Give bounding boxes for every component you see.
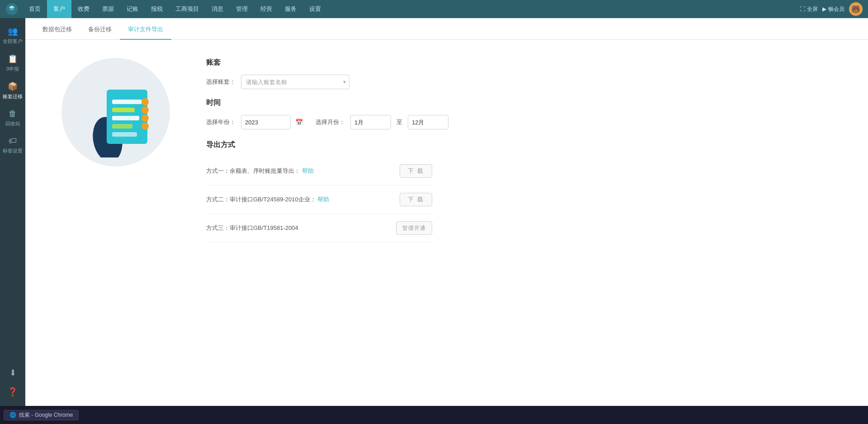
svg-point-8	[142, 98, 149, 105]
nav-tax[interactable]: 报税	[145, 0, 169, 18]
month-end-wrapper: 1月2月3月4月 5月6月7月8月 9月10月11月12月	[408, 115, 448, 129]
export-section-title: 导出方式	[206, 140, 841, 150]
nav-settings[interactable]: 设置	[303, 0, 327, 18]
export-method-2-row: 方式二：审计接口GB/T24589-2010企业： 帮助 下 载	[206, 186, 432, 214]
method2-download-btn[interactable]: 下 载	[400, 193, 432, 206]
svg-rect-7	[112, 132, 137, 137]
method3-text: 方式三：审计接口GB/T19581-2004	[206, 224, 298, 232]
year-input-group: 📅	[241, 115, 303, 129]
sidebar-item-account-migrate[interactable]: 📦 账套迁移	[0, 77, 25, 105]
tab-data-migrate[interactable]: 数据包迁移	[34, 25, 80, 40]
sub-tabs: 数据包迁移 备份迁移 审计文件导出	[25, 18, 868, 40]
svg-point-11	[142, 123, 149, 130]
top-nav: 首页 客户 收费 票据 记账 报税 工商项目 消息 管理 经营 服务 设置 ⛶ …	[0, 0, 868, 18]
svg-rect-6	[112, 124, 132, 129]
year-label: 选择年份：	[206, 118, 236, 126]
nav-items: 首页 客户 收费 票据 记账 报税 工商项目 消息 管理 经营 服务 设置	[23, 0, 327, 18]
tab-audit-export[interactable]: 审计文件导出	[120, 25, 171, 40]
method2-help-link[interactable]: 帮助	[317, 196, 329, 203]
method1-help-link[interactable]: 帮助	[302, 167, 314, 174]
declare-icon: 📋	[8, 54, 18, 64]
month-end-select[interactable]: 1月2月3月4月 5月6月7月8月 9月10月11月12月	[408, 115, 448, 129]
account-form-row: 选择账套： 请输入账套名称 ▾	[206, 75, 841, 89]
form-area: 账套 选择账套： 请输入账套名称 ▾ 时间 选择年份：	[179, 58, 841, 243]
taskbar-chrome-item[interactable]: 🌐 线索 - Google Chrome	[4, 410, 79, 420]
method3-open-btn[interactable]: 暂缓开通	[396, 221, 432, 235]
migrate-icon: 📦	[8, 81, 18, 91]
nav-messages[interactable]: 消息	[205, 0, 230, 18]
nav-bookkeeping[interactable]: 记账	[120, 0, 145, 18]
year-input[interactable]	[241, 115, 291, 129]
avatar[interactable]: 🐻	[849, 2, 863, 16]
customers-icon: 👥	[8, 26, 18, 36]
month-start-wrapper: 1月2月3月4月 5月6月7月8月 9月10月11月12月	[350, 115, 391, 129]
content-area: 数据包迁移 备份迁移 审计文件导出	[25, 18, 868, 406]
nav-commerce[interactable]: 工商项目	[169, 0, 205, 18]
page-body: 账套 选择账套： 请输入账套名称 ▾ 时间 选择年份：	[25, 40, 868, 406]
time-section: 时间 选择年份： 📅 选择月份： 1月2月3月4月 5月6月7月8月	[206, 98, 841, 129]
nav-manage[interactable]: 管理	[230, 0, 254, 18]
account-select-wrapper: 请输入账套名称 ▾	[241, 75, 349, 89]
illustration-area	[52, 58, 179, 167]
sidebar-item-tag-settings[interactable]: 🏷 标签设置	[0, 132, 25, 159]
taskbar: 🌐 线索 - Google Chrome	[0, 406, 868, 424]
top-nav-right: ⛶ 全屏 ▶ 畅会员 🐻	[800, 0, 863, 18]
sidebar-item-help[interactable]: ❓	[0, 382, 25, 401]
nav-service[interactable]: 服务	[278, 0, 303, 18]
export-method-3-row: 方式三：审计接口GB/T19581-2004 暂缓开通	[206, 214, 432, 243]
method1-download-btn[interactable]: 下 载	[400, 164, 432, 178]
fullscreen-icon: ⛶	[800, 6, 805, 12]
nav-business[interactable]: 经营	[254, 0, 278, 18]
tab-backup-migrate[interactable]: 备份迁移	[80, 25, 120, 40]
account-select[interactable]: 请输入账套名称	[241, 75, 349, 89]
app-logo	[4, 1, 20, 17]
export-section: 导出方式 方式一：余额表、序时账批量导出： 帮助 下 载 方式二：审计接口GB/…	[206, 140, 841, 243]
month-label: 选择月份：	[316, 118, 345, 126]
svg-point-10	[142, 114, 149, 122]
svg-rect-4	[112, 108, 135, 112]
calendar-icon[interactable]: 📅	[295, 119, 303, 126]
tag-icon: 🏷	[9, 136, 17, 146]
time-section-title: 时间	[206, 98, 841, 108]
help-icon: ❓	[8, 387, 18, 397]
sidebar-bottom: ⬇ ❓	[0, 363, 25, 406]
time-form-row: 选择年份： 📅 选择月份： 1月2月3月4月 5月6月7月8月 9月10月11月…	[206, 115, 841, 129]
download-icon: ⬇	[9, 368, 16, 378]
sidebar-item-download[interactable]: ⬇	[0, 363, 25, 382]
member-btn[interactable]: ▶ 畅会员	[822, 5, 844, 13]
account-label: 选择账套：	[206, 78, 236, 86]
recycle-icon: 🗑	[9, 109, 17, 119]
sidebar-item-recycle[interactable]: 🗑 回收站	[0, 105, 25, 132]
method1-text: 方式一：余额表、序时账批量导出： 帮助	[206, 167, 314, 175]
svg-rect-3	[112, 100, 142, 104]
nav-customer[interactable]: 客户	[47, 0, 71, 18]
nav-bills[interactable]: 票据	[96, 0, 120, 18]
illustration-circle	[61, 58, 170, 167]
nav-fees[interactable]: 收费	[71, 0, 96, 18]
account-section-title: 账套	[206, 58, 841, 67]
sidebar: 👥 全部客户 📋 0申报 📦 账套迁移 🗑 回收站 🏷 标签设置 ⬇ ❓	[0, 18, 25, 406]
fullscreen-btn[interactable]: ⛶ 全屏	[800, 5, 818, 13]
export-method-1-row: 方式一：余额表、序时账批量导出： 帮助 下 载	[206, 157, 432, 186]
method2-text: 方式二：审计接口GB/T24589-2010企业： 帮助	[206, 195, 329, 204]
sidebar-item-all-customers[interactable]: 👥 全部客户	[0, 22, 25, 49]
member-icon: ▶	[822, 6, 826, 12]
to-label: 至	[396, 118, 402, 126]
main-layout: 👥 全部客户 📋 0申报 📦 账套迁移 🗑 回收站 🏷 标签设置 ⬇ ❓	[0, 18, 868, 406]
illustration-svg	[75, 67, 156, 157]
nav-home[interactable]: 首页	[23, 0, 47, 18]
svg-rect-5	[112, 116, 139, 120]
svg-point-9	[142, 106, 149, 114]
month-start-select[interactable]: 1月2月3月4月 5月6月7月8月 9月10月11月12月	[350, 115, 391, 129]
sidebar-item-zero-declare[interactable]: 📋 0申报	[0, 49, 25, 77]
chrome-icon: 🌐	[9, 412, 16, 418]
